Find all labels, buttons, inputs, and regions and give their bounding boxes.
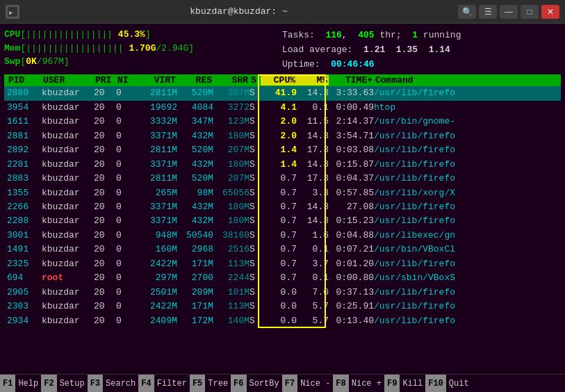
cell-ni: 0 — [116, 201, 136, 213]
table-row[interactable]: 694 root 20 0 297M 2700 2244 S 0.7 0.1 0… — [4, 271, 561, 285]
cell-virt: 3371M — [136, 215, 177, 227]
cell-cmd: /usr/bin/gnome- — [374, 115, 558, 128]
col-header-time: TIME+ — [329, 75, 374, 85]
cell-ni: 0 — [116, 272, 136, 284]
fn-item-tree[interactable]: F5 Tree — [190, 375, 231, 392]
fn-item-kill[interactable]: F9 Kill — [384, 375, 425, 392]
search-button[interactable]: 🔍 — [458, 5, 476, 19]
cell-mem: 3.7 — [297, 258, 329, 270]
cell-user: kbuzdar — [42, 101, 94, 114]
cell-mem: 11.5 — [297, 115, 329, 128]
cell-pri: 20 — [94, 158, 116, 171]
fn-item-filter[interactable]: F4 Filter — [138, 375, 190, 392]
fn-label: Tree — [205, 375, 231, 392]
cell-shr: 140M — [213, 315, 249, 327]
cell-ni: 0 — [116, 101, 136, 114]
table-row[interactable]: 2288 kbuzdar 20 0 3371M 432M 180M S 0.7 … — [4, 214, 561, 228]
cell-user: kbuzdar — [42, 201, 94, 213]
cell-mem: 14.3 — [297, 158, 329, 171]
maximize-button[interactable]: □ — [521, 5, 539, 19]
cell-user: kbuzdar — [42, 300, 94, 313]
table-row[interactable]: 2881 kbuzdar 20 0 3371M 432M 180M S 2.0 … — [4, 129, 561, 143]
cell-pri: 20 — [94, 130, 116, 142]
cell-cmd: /usr/lib/firefo — [374, 87, 558, 99]
fn-item-search[interactable]: F3 Search — [88, 375, 139, 392]
cell-pid: 2281 — [7, 158, 42, 171]
cell-pri: 20 — [94, 258, 116, 270]
cell-mem: 14.3 — [297, 215, 329, 227]
close-button[interactable]: ✕ — [541, 5, 559, 19]
fn-item-nice -[interactable]: F7 Nice - — [282, 375, 334, 392]
stats-left: CPU [|||||||||||||||| 45.3%] Mem [||||||… — [4, 28, 268, 72]
fn-key: F3 — [88, 375, 103, 392]
cell-cmd: /usr/lib/firefo — [374, 315, 558, 327]
cell-virt: 2811M — [136, 172, 177, 185]
minimize-button[interactable]: — — [500, 5, 518, 19]
cell-pri: 20 — [94, 187, 116, 199]
cell-cmd: /usr/sbin/VBoxS — [374, 272, 558, 284]
cell-shr: 2516 — [213, 243, 249, 256]
fn-key: F6 — [231, 375, 246, 392]
table-row[interactable]: 3001 kbuzdar 20 0 948M 50540 38160 S 0.7… — [4, 229, 561, 243]
cell-user: kbuzdar — [42, 87, 94, 99]
fn-item-sortby[interactable]: F6 SortBy — [231, 375, 282, 392]
table-row[interactable]: 2281 kbuzdar 20 0 3371M 432M 180M S 1.4 … — [4, 158, 561, 172]
cell-time: 0:04.37 — [329, 172, 374, 185]
cell-mem: 7.0 — [297, 286, 329, 299]
cell-ni: 0 — [116, 286, 136, 299]
function-bar: F1 Help F2 Setup F3 Search F4 Filter F5 … — [0, 374, 565, 392]
cell-virt: 948M — [136, 229, 177, 242]
cell-user: kbuzdar — [42, 130, 94, 142]
cell-virt: 2501M — [136, 286, 177, 299]
tasks-line: Tasks: 116, 405 thr; 1 running — [282, 28, 561, 43]
table-row[interactable]: 2303 kbuzdar 20 0 2422M 171M 113M S 0.0 … — [4, 300, 561, 313]
col-header-mem: M% — [297, 75, 329, 85]
cell-shr: 180M — [213, 215, 249, 227]
col-header-cmd: Command — [374, 75, 558, 85]
fn-item-quit[interactable]: F10 Quit — [425, 375, 471, 392]
table-row[interactable]: 2880 kbuzdar 20 0 2811M 520M 207M S 41.9… — [4, 86, 561, 100]
table-row[interactable]: 2934 kbuzdar 20 0 2409M 172M 140M S 0.0 … — [4, 314, 561, 328]
table-row[interactable]: 2883 kbuzdar 20 0 2811M 520M 207M S 0.7 … — [4, 172, 561, 186]
cell-shr: 38160 — [213, 229, 249, 242]
cell-mem: 17.3 — [297, 172, 329, 185]
cell-ni: 0 — [116, 87, 136, 99]
cell-cmd: /usr/lib/firefo — [374, 215, 558, 227]
cell-res: 432M — [177, 215, 213, 227]
cell-shr: 123M — [213, 115, 249, 128]
cell-user: kbuzdar — [42, 258, 94, 270]
cell-shr: 2244 — [213, 272, 249, 284]
cell-shr: 113M — [213, 258, 249, 270]
cell-cpu: 2.0 — [261, 130, 297, 142]
cell-res: 98M — [177, 187, 213, 199]
cell-s: S — [249, 130, 261, 142]
fn-item-help[interactable]: F1 Help — [0, 375, 41, 392]
col-header-pid: PID — [7, 75, 42, 85]
table-row[interactable]: 1611 kbuzdar 20 0 3332M 347M 123M S 2.0 … — [4, 115, 561, 129]
cell-cpu: 0.0 — [261, 286, 297, 299]
cell-mem: 0.1 — [297, 272, 329, 284]
table-row[interactable]: 2905 kbuzdar 20 0 2501M 209M 101M S 0.0 … — [4, 286, 561, 300]
table-row[interactable]: 1355 kbuzdar 20 0 265M 98M 65056 S 0.7 3… — [4, 186, 561, 200]
table-row[interactable]: 2266 kbuzdar 20 0 3371M 432M 180M S 0.7 … — [4, 200, 561, 214]
cell-ni: 0 — [116, 315, 136, 327]
table-row[interactable]: 2892 kbuzdar 20 0 2811M 520M 207M S 1.4 … — [4, 143, 561, 157]
cell-pri: 20 — [94, 229, 116, 242]
titlebar: ▶ kbuzdar@kbuzdar: ~ 🔍 ☰ — □ ✕ — [0, 0, 565, 24]
cell-res: 520M — [177, 144, 213, 156]
cell-time: 0:07.21 — [329, 243, 374, 256]
cell-virt: 2811M — [136, 87, 177, 99]
table-row[interactable]: 1491 kbuzdar 20 0 160M 2968 2516 S 0.7 0… — [4, 243, 561, 256]
fn-item-setup[interactable]: F2 Setup — [41, 375, 87, 392]
cell-res: 171M — [177, 300, 213, 313]
table-row[interactable]: 3954 kbuzdar 20 0 19692 4084 3272 S 4.1 … — [4, 101, 561, 115]
cell-pid: 2883 — [7, 172, 42, 185]
cell-pri: 20 — [94, 315, 116, 327]
cell-time: 3:33.63 — [329, 87, 374, 99]
cell-time: 0:25.91 — [329, 300, 374, 313]
cell-mem: 14.3 — [297, 201, 329, 213]
table-row[interactable]: 2325 kbuzdar 20 0 2422M 171M 113M S 0.7 … — [4, 257, 561, 271]
fn-item-nice +[interactable]: F8 Nice + — [333, 375, 384, 392]
menu-button[interactable]: ☰ — [479, 5, 497, 19]
mem-label: Mem — [4, 42, 20, 56]
